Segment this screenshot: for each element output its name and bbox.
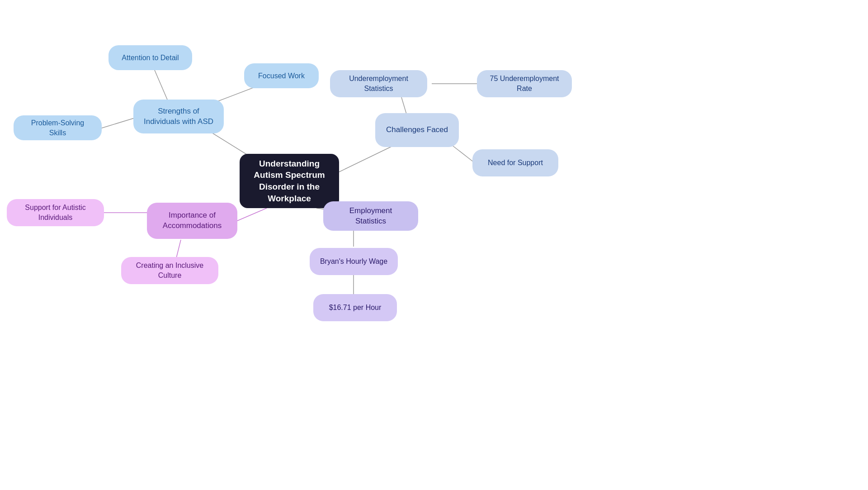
- attention-detail-node[interactable]: Attention to Detail: [108, 45, 192, 70]
- strengths-asd-label: Strengths of Individuals with ASD: [143, 106, 214, 127]
- focused-work-label: Focused Work: [258, 71, 305, 81]
- hourly-rate-node[interactable]: $16.71 per Hour: [313, 294, 397, 321]
- employment-stats-node[interactable]: Employment Statistics: [323, 201, 418, 231]
- underemployment-stats-node[interactable]: Underemployment Statistics: [330, 70, 427, 97]
- need-support-label: Need for Support: [488, 158, 543, 168]
- problem-solving-label: Problem-Solving Skills: [24, 118, 92, 138]
- svg-line-8: [235, 208, 267, 222]
- support-autistic-node[interactable]: Support for Autistic Individuals: [7, 199, 104, 226]
- importance-accommodations-label: Importance of Accommodations: [157, 210, 227, 231]
- svg-line-1: [155, 70, 167, 100]
- importance-accommodations-node[interactable]: Importance of Accommodations: [147, 203, 237, 239]
- challenges-faced-node[interactable]: Challenges Faced: [375, 113, 459, 147]
- underemployment-stats-label: Underemployment Statistics: [340, 74, 417, 93]
- employment-stats-label: Employment Statistics: [333, 206, 408, 227]
- underemployment-rate-label: 75 Underemployment Rate: [487, 74, 562, 93]
- problem-solving-node[interactable]: Problem-Solving Skills: [14, 115, 102, 140]
- svg-line-10: [176, 240, 181, 258]
- bryans-wage-node[interactable]: Bryan's Hourly Wage: [310, 248, 398, 275]
- challenges-faced-label: Challenges Faced: [386, 125, 448, 135]
- center-label: Understanding Autism Spectrum Disorder i…: [250, 158, 329, 205]
- creating-inclusive-node[interactable]: Creating an Inclusive Culture: [121, 257, 218, 284]
- focused-work-node[interactable]: Focused Work: [244, 63, 319, 88]
- hourly-rate-label: $16.71 per Hour: [329, 303, 382, 313]
- strengths-asd-node[interactable]: Strengths of Individuals with ASD: [133, 100, 224, 133]
- attention-detail-label: Attention to Detail: [122, 53, 179, 63]
- support-autistic-label: Support for Autistic Individuals: [17, 203, 94, 222]
- bryans-wage-label: Bryan's Hourly Wage: [320, 257, 387, 266]
- svg-line-5: [401, 97, 407, 115]
- center-node: Understanding Autism Spectrum Disorder i…: [240, 154, 339, 208]
- need-support-node[interactable]: Need for Support: [472, 149, 558, 176]
- underemployment-rate-node[interactable]: 75 Underemployment Rate: [477, 70, 572, 97]
- creating-inclusive-label: Creating an Inclusive Culture: [131, 261, 208, 280]
